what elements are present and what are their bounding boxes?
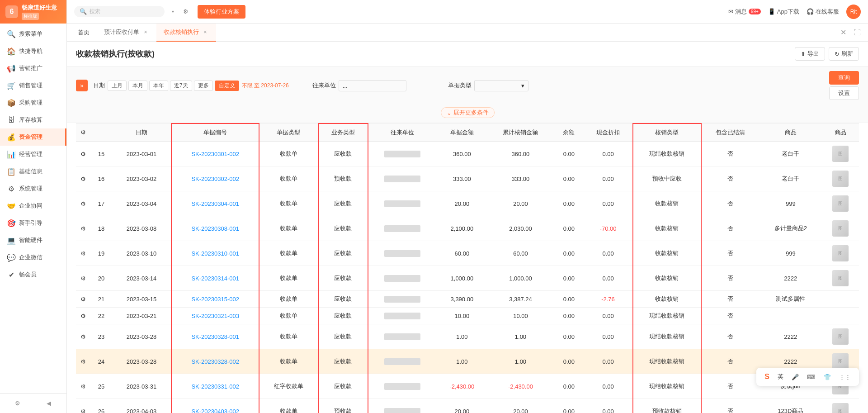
filter-custom-btn[interactable]: 自定义 <box>215 81 239 91</box>
table-row[interactable]: ⚙ 21 2023-03-15 SK-20230315-002 收款单 应收款 … <box>76 291 859 308</box>
col-header-verified[interactable]: 累计核销金额 <box>487 123 554 142</box>
col-header-include-settled[interactable]: 包含已结清 <box>701 123 760 142</box>
cell-order-no[interactable]: SK-20230304-001 <box>171 191 259 216</box>
col-header-order-no[interactable]: 单据编号 <box>171 123 259 142</box>
export-btn[interactable]: ⬆ 导出 <box>795 47 825 61</box>
sidebar-item-wechat[interactable]: 💬 企业微信 <box>0 249 66 266</box>
tab-receipt[interactable]: 收款核销执行 × <box>156 24 216 42</box>
sidebar-item-hardware[interactable]: 💻 智能硬件 <box>0 232 66 249</box>
filter-receipt-type-select[interactable]: ▾ <box>474 80 528 91</box>
col-header-cancel-type[interactable]: 核销类型 <box>633 123 701 142</box>
cell-order-no[interactable]: SK-20230310-001 <box>171 241 259 266</box>
refresh-btn[interactable]: ↻ 刷新 <box>829 47 859 61</box>
sidebar-item-system[interactable]: ⚙ 系统管理 <box>0 180 66 197</box>
user-avatar[interactable]: Rit <box>846 5 861 19</box>
filter-settings-btn[interactable]: 设置 <box>829 86 859 100</box>
expand-more-conditions-btn[interactable]: ⌄ 展开更多条件 <box>441 107 495 118</box>
col-header-discount[interactable]: 现金折扣 <box>584 123 632 142</box>
cell-settings[interactable]: ⚙ <box>76 166 90 191</box>
col-header-biz-type[interactable]: 业务类型 <box>318 123 368 142</box>
cell-settings[interactable]: ⚙ <box>76 191 90 216</box>
table-row[interactable]: ⚙ 26 2023-04-03 SK-20230403-002 收款单 预收款 … <box>76 399 859 413</box>
filter-this-year-btn[interactable]: 本年 <box>149 81 168 91</box>
sidebar-item-finance[interactable]: 💰 资金管理 <box>0 128 66 146</box>
table-row[interactable]: ⚙ 19 2023-03-10 SK-20230310-001 收款单 应收款 … <box>76 241 859 266</box>
cell-order-no[interactable]: SK-20230331-002 <box>171 374 259 399</box>
sidebar-item-guide[interactable]: 🎯 新手引导 <box>0 214 66 232</box>
cell-settings[interactable]: ⚙ <box>76 241 90 266</box>
float-keyboard-btn[interactable]: ⌨ <box>803 371 819 383</box>
cell-settings[interactable]: ⚙ <box>76 266 90 291</box>
tab-prepay[interactable]: 预计应收付单 × <box>97 24 156 42</box>
float-grid-btn[interactable]: ⋮⋮ <box>835 371 854 383</box>
sidebar-item-search[interactable]: 🔍 搜索菜单 <box>0 25 66 43</box>
cell-order-no[interactable]: SK-20230302-002 <box>171 166 259 191</box>
message-btn[interactable]: ✉ 消息 99+ <box>728 8 761 16</box>
cell-order-no[interactable]: SK-20230314-001 <box>171 266 259 291</box>
cell-order-no[interactable]: SK-20230328-001 <box>171 324 259 349</box>
search-box[interactable]: 🔍 搜索 <box>74 6 165 17</box>
table-row[interactable]: ⚙ 24 2023-03-28 SK-20230328-002 收款单 应收款 … <box>76 349 859 374</box>
sidebar-item-shortcut[interactable]: 🏠 快捷导航 <box>0 43 66 60</box>
online-service-btn[interactable]: 🎧 在线客服 <box>807 8 839 16</box>
col-header-date[interactable]: 日期 <box>112 123 171 142</box>
table-row[interactable]: ⚙ 23 2023-03-28 SK-20230328-001 收款单 应收款 … <box>76 324 859 349</box>
cell-settings[interactable]: ⚙ <box>76 374 90 399</box>
col-header-product[interactable]: 商品 <box>759 123 822 142</box>
col-header-settings[interactable]: ⚙ <box>76 123 90 142</box>
topbar-dropdown-arrow[interactable]: ▾ <box>172 9 174 14</box>
settings-bottom-btn[interactable]: ⚙ <box>4 397 32 409</box>
collapse-btn[interactable]: ◀ <box>35 397 63 409</box>
table-row[interactable]: ⚙ 20 2023-03-14 SK-20230314-001 收款单 应收款 … <box>76 266 859 291</box>
cell-settings[interactable]: ⚙ <box>76 349 90 374</box>
cell-settings[interactable]: ⚙ <box>76 324 90 349</box>
filter-this-month-btn[interactable]: 本月 <box>128 81 147 91</box>
table-row[interactable]: ⚙ 22 2023-03-21 SK-20230321-003 收款单 应收款 … <box>76 308 859 324</box>
sidebar-item-inventory[interactable]: 🗄 库存核算 <box>0 111 66 128</box>
cell-order-no[interactable]: SK-20230321-003 <box>171 308 259 324</box>
cell-order-no[interactable]: SK-20230315-002 <box>171 291 259 308</box>
app-download-btn[interactable]: 📱 App下载 <box>768 8 799 16</box>
cell-settings[interactable]: ⚙ <box>76 399 90 413</box>
filter-expand-btn[interactable]: » <box>76 80 88 91</box>
tab-home[interactable]: 首页 <box>71 24 97 42</box>
filter-more-btn[interactable]: 更多 <box>194 81 213 91</box>
col-header-partner[interactable]: 往来单位 <box>368 123 437 142</box>
table-row[interactable]: ⚙ 15 2023-03-01 SK-20230301-002 收款单 应收款 … <box>76 142 859 166</box>
filter-7days-btn[interactable]: 近7天 <box>170 81 192 91</box>
sidebar-item-member[interactable]: ✔ 畅会员 <box>0 266 66 283</box>
table-row[interactable]: ⚙ 16 2023-03-02 SK-20230302-002 收款单 预收款 … <box>76 166 859 191</box>
sidebar-item-marketing[interactable]: 📢 营销推广 <box>0 60 66 77</box>
sidebar-item-sales[interactable]: 🛒 销售管理 <box>0 77 66 94</box>
cell-settings[interactable]: ⚙ <box>76 216 90 241</box>
cell-order-no[interactable]: SK-20230403-002 <box>171 399 259 413</box>
cell-settings[interactable]: ⚙ <box>76 308 90 324</box>
query-btn[interactable]: 查询 <box>829 71 859 85</box>
cell-order-no[interactable]: SK-20230301-002 <box>171 142 259 166</box>
float-shirt-btn[interactable]: 👕 <box>820 371 835 383</box>
sidebar-item-enterprise[interactable]: 🤝 企业协同 <box>0 197 66 214</box>
tab-maximize-btn[interactable]: ⛶ <box>852 27 863 38</box>
table-row[interactable]: ⚙ 18 2023-03-08 SK-20230308-001 收款单 应收款 … <box>76 216 859 241</box>
cell-order-no[interactable]: SK-20230308-001 <box>171 216 259 241</box>
filter-partner-input[interactable]: ... <box>339 80 406 91</box>
cell-settings[interactable]: ⚙ <box>76 291 90 308</box>
float-eng-btn[interactable]: 英 <box>774 370 787 383</box>
table-row[interactable]: ⚙ 25 2023-03-31 SK-20230331-002 红字收款单 应收… <box>76 374 859 399</box>
float-mic-btn[interactable]: 🎤 <box>788 371 802 383</box>
topbar-gear-btn[interactable]: ⚙ <box>181 6 190 17</box>
sidebar-item-operation[interactable]: 📊 经营管理 <box>0 146 66 163</box>
filter-last-month-btn[interactable]: 上月 <box>108 81 127 91</box>
col-header-receipt-type[interactable]: 单据类型 <box>259 123 318 142</box>
industry-btn[interactable]: 体验行业方案 <box>198 5 245 19</box>
tab-receipt-close[interactable]: × <box>202 28 209 36</box>
sidebar-item-purchase[interactable]: 📦 采购管理 <box>0 94 66 111</box>
tab-prepay-close[interactable]: × <box>142 28 149 36</box>
col-header-balance[interactable]: 余额 <box>554 123 584 142</box>
table-row[interactable]: ⚙ 17 2023-03-04 SK-20230304-001 收款单 应收款 … <box>76 191 859 216</box>
sidebar-item-basic[interactable]: 📋 基础信息 <box>0 163 66 180</box>
tab-close-all-btn[interactable]: ✕ <box>839 26 848 38</box>
cell-settings[interactable]: ⚙ <box>76 142 90 166</box>
cell-order-no[interactable]: SK-20230328-002 <box>171 349 259 374</box>
col-header-amount[interactable]: 单据金额 <box>437 123 487 142</box>
